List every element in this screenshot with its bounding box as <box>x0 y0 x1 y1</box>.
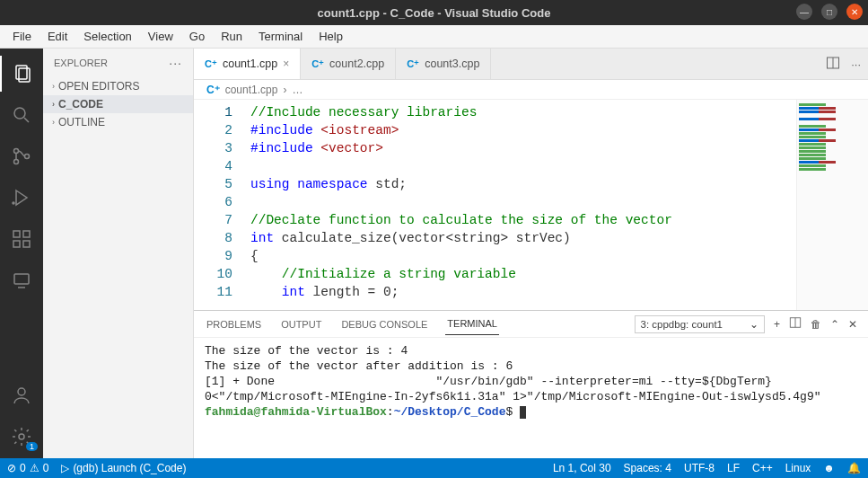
activity-extensions-icon[interactable] <box>0 221 43 257</box>
tab-close-icon[interactable]: × <box>283 58 289 70</box>
panel-tab-debug-console[interactable]: DEBUG CONSOLE <box>339 314 429 335</box>
kill-terminal-icon[interactable]: 🗑 <box>811 318 821 331</box>
menu-file[interactable]: File <box>5 27 39 46</box>
svg-rect-12 <box>23 231 30 237</box>
explorer-sidebar: EXPLORER ··· › OPEN EDITORS› C_CODE› OUT… <box>43 49 194 458</box>
menu-go[interactable]: Go <box>182 27 212 46</box>
window-titlebar: count1.cpp - C_Code - Visual Studio Code… <box>0 0 868 25</box>
svg-rect-11 <box>23 241 30 247</box>
explorer-more-icon[interactable]: ··· <box>169 56 182 70</box>
svg-point-16 <box>19 434 24 439</box>
svg-line-3 <box>24 118 29 122</box>
explorer-section-c_code[interactable]: › C_CODE <box>43 95 193 113</box>
status-notifications-icon[interactable]: 🔔 <box>847 462 861 474</box>
status-os[interactable]: Linux <box>785 462 811 474</box>
terminal-output[interactable]: The size of the vector is : 4The size of… <box>194 338 868 458</box>
svg-point-2 <box>14 108 25 119</box>
panel-tab-output[interactable]: OUTPUT <box>279 314 323 335</box>
window-minimize-button[interactable]: — <box>796 4 812 20</box>
activity-search-icon[interactable] <box>0 97 43 133</box>
explorer-title: EXPLORER <box>54 58 108 68</box>
editor-more-icon[interactable]: ··· <box>851 58 861 71</box>
svg-point-4 <box>14 149 19 154</box>
activity-bar <box>0 49 43 458</box>
status-errors[interactable]: ⊘ 0 ⚠ 0 <box>7 462 48 474</box>
menu-view[interactable]: View <box>141 27 180 46</box>
split-terminal-icon[interactable] <box>789 316 802 332</box>
split-editor-icon[interactable] <box>826 56 840 73</box>
editor-tab-count1-cpp[interactable]: C⁺count1.cpp× <box>194 49 301 79</box>
svg-point-5 <box>14 160 19 164</box>
svg-rect-10 <box>13 241 20 247</box>
bottom-panel: PROBLEMSOUTPUTDEBUG CONSOLETERMINAL 3: c… <box>194 310 868 458</box>
terminal-cursor <box>520 406 526 419</box>
svg-rect-9 <box>13 231 20 237</box>
activity-explorer-icon[interactable] <box>0 56 43 92</box>
line-number-gutter: 1234567891011 <box>194 100 243 310</box>
svg-point-8 <box>13 202 14 204</box>
menu-bar: FileEditSelectionViewGoRunTerminalHelp <box>0 25 868 49</box>
panel-close-icon[interactable]: ✕ <box>848 318 857 331</box>
code-editor[interactable]: //Include necessary libraries#include <i… <box>243 100 796 310</box>
menu-help[interactable]: Help <box>311 27 350 46</box>
explorer-section-outline[interactable]: › OUTLINE <box>43 113 193 131</box>
svg-marker-7 <box>16 190 27 205</box>
status-bar: ⊘ 0 ⚠ 0 ▷ (gdb) Launch (C_Code) Ln 1, Co… <box>0 458 868 478</box>
status-launch-config[interactable]: ▷ (gdb) Launch (C_Code) <box>61 462 186 474</box>
activity-remote-icon[interactable] <box>0 262 43 298</box>
activity-scm-icon[interactable] <box>0 138 43 174</box>
status-language[interactable]: C++ <box>752 462 773 474</box>
new-terminal-icon[interactable]: + <box>774 318 780 331</box>
activity-run-icon[interactable] <box>0 180 43 216</box>
window-title: count1.cpp - C_Code - Visual Studio Code <box>318 6 551 20</box>
editor-tab-count2-cpp[interactable]: C⁺count2.cpp <box>301 49 396 79</box>
menu-edit[interactable]: Edit <box>40 27 75 46</box>
panel-tab-terminal[interactable]: TERMINAL <box>445 313 499 335</box>
window-close-button[interactable]: ✕ <box>846 4 863 20</box>
svg-point-6 <box>25 155 30 159</box>
menu-terminal[interactable]: Terminal <box>251 27 310 46</box>
explorer-section-open-editors[interactable]: › OPEN EDITORS <box>43 77 193 95</box>
svg-rect-13 <box>14 274 29 284</box>
editor-tab-bar: C⁺count1.cpp×C⁺count2.cppC⁺count3.cpp ··… <box>194 49 868 80</box>
menu-selection[interactable]: Selection <box>76 27 138 46</box>
minimap[interactable] <box>796 100 868 310</box>
activity-settings-icon[interactable] <box>0 419 43 455</box>
breadcrumb-file: count1.cpp <box>225 84 278 96</box>
window-maximize-button[interactable]: □ <box>821 4 837 20</box>
editor-tab-count3-cpp[interactable]: C⁺count3.cpp <box>396 49 491 79</box>
status-feedback-icon[interactable]: ☻ <box>823 462 835 474</box>
panel-maximize-icon[interactable]: ⌃ <box>830 318 839 331</box>
terminal-selector[interactable]: 3: cppdbg: count1 ⌄ <box>635 315 765 333</box>
status-indent[interactable]: Spaces: 4 <box>624 462 671 474</box>
menu-run[interactable]: Run <box>214 27 250 46</box>
panel-tab-problems[interactable]: PROBLEMS <box>205 314 263 335</box>
breadcrumb[interactable]: C⁺ count1.cpp › … <box>194 80 868 100</box>
status-cursor-position[interactable]: Ln 1, Col 30 <box>553 462 611 474</box>
status-eol[interactable]: LF <box>727 462 740 474</box>
cpp-file-icon: C⁺ <box>206 84 220 96</box>
svg-point-15 <box>18 388 25 395</box>
activity-account-icon[interactable] <box>0 377 43 413</box>
chevron-down-icon: ⌄ <box>750 318 758 331</box>
status-encoding[interactable]: UTF-8 <box>684 462 715 474</box>
